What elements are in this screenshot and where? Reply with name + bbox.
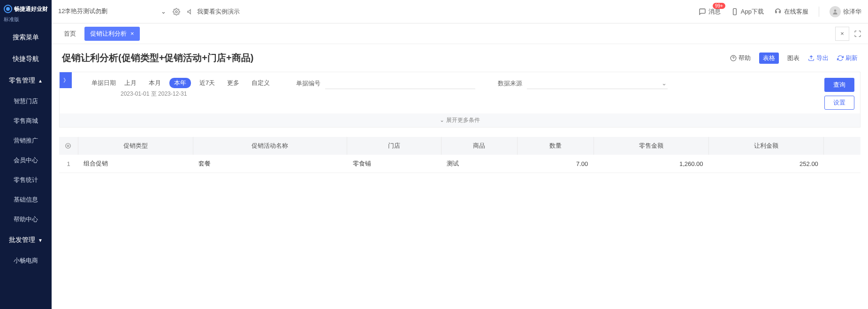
sidebar-quicknav[interactable]: 快捷导航 — [0, 48, 52, 70]
docno-label: 单据编号 — [292, 79, 320, 88]
help-icon — [730, 55, 737, 61]
expand-label: 展开更多条件 — [446, 117, 480, 123]
page-header: 促销让利分析(促销类型+促销活动+门店+商品) 帮助 表格 图表 导出 刷新 — [52, 44, 868, 72]
sidebar-item-marketing[interactable]: 营销推广 — [0, 131, 52, 151]
help-label: 帮助 — [739, 54, 751, 62]
cell-product: 测试 — [441, 155, 517, 173]
sidebar-group-label: 批发管理 — [9, 236, 35, 244]
chip-lastmonth[interactable]: 上月 — [121, 78, 140, 88]
date-label: 单据日期 — [88, 79, 116, 87]
collapse-filters-button[interactable]: 》 — [60, 72, 72, 88]
col-store[interactable]: 门店 — [347, 137, 442, 155]
settings-button[interactable]: 设置 — [824, 96, 854, 110]
cell-spacer — [824, 155, 860, 173]
chip-thismonth[interactable]: 本月 — [145, 78, 165, 88]
logo: 畅捷通好业财 — [0, 0, 52, 16]
svg-point-0 — [175, 11, 177, 13]
column-settings[interactable] — [59, 137, 78, 155]
user-name: 徐泽华 — [843, 8, 861, 16]
divider — [819, 7, 819, 17]
speaker-icon — [187, 8, 194, 15]
refresh-button[interactable]: 刷新 — [837, 54, 858, 62]
edition-label: 标准版 — [0, 16, 52, 27]
col-qty[interactable]: 数量 — [518, 137, 594, 155]
messages-button[interactable]: 消息 99+ — [699, 8, 721, 16]
sidebar-group-label: 零售管理 — [9, 76, 35, 85]
query-button[interactable]: 查询 — [824, 78, 854, 92]
cell-type: 组合促销 — [78, 155, 193, 173]
cell-qty: 7.00 — [518, 155, 594, 173]
sidebar-item-stats[interactable]: 零售统计 — [0, 170, 52, 190]
col-activity[interactable]: 促销活动名称 — [193, 137, 347, 155]
chevron-down-icon: ⌄ — [440, 117, 446, 123]
fullscreen-icon[interactable] — [854, 30, 861, 38]
phone-icon — [731, 8, 739, 15]
close-all-button[interactable]: × — [835, 27, 849, 41]
source-select[interactable]: ⌄ — [527, 78, 668, 89]
message-icon — [699, 8, 706, 15]
service-label: 在线客服 — [784, 8, 808, 16]
filter-panel: 》 单据日期 上月 本月 本年 近7天 更多 自定义 2023-01-01 至 … — [59, 72, 860, 128]
caret-up-icon: ▲ — [38, 78, 43, 83]
table-row[interactable]: 1 组合促销 套餐 零食铺 测试 7.00 1,260.00 252.00 — [59, 155, 860, 173]
close-icon[interactable]: × — [130, 30, 134, 37]
sidebar-search[interactable]: 搜索菜单 — [0, 27, 52, 48]
topbar: 12李艳芬测试勿删 ⌄ 我要看实例演示 消息 99+ App下载 — [52, 0, 868, 23]
svg-point-4 — [67, 145, 69, 147]
messages-badge: 99+ — [713, 3, 725, 9]
sidebar-item-member[interactable]: 会员中心 — [0, 151, 52, 170]
col-discount[interactable]: 让利金额 — [709, 137, 824, 155]
refresh-icon — [837, 55, 844, 61]
chip-more[interactable]: 更多 — [223, 78, 243, 88]
export-label: 导出 — [816, 54, 829, 62]
cell-store: 零食铺 — [347, 155, 442, 173]
sidebar-item-baseinfo[interactable]: 基础信息 — [0, 190, 52, 210]
data-table: 促销类型 促销活动名称 门店 商品 数量 零售金额 让利金额 1 组合促销 套 — [59, 137, 860, 173]
svg-rect-1 — [733, 8, 737, 15]
user-menu[interactable]: 徐泽华 — [830, 6, 861, 17]
source-label: 数据来源 — [494, 79, 522, 88]
page-title: 促销让利分析(促销类型+促销活动+门店+商品) — [62, 52, 253, 64]
gear-icon[interactable] — [173, 8, 180, 15]
chip-thisyear[interactable]: 本年 — [169, 78, 191, 88]
gear-icon — [65, 143, 71, 149]
brand-name: 畅捷通好业财 — [14, 5, 48, 13]
sidebar-item-xiaochang[interactable]: 小畅电商 — [0, 251, 52, 271]
chip-7days[interactable]: 近7天 — [196, 78, 219, 88]
chip-custom[interactable]: 自定义 — [248, 78, 274, 88]
cell-sales: 1,260.00 — [594, 155, 708, 173]
chevron-down-icon: ⌄ — [662, 80, 667, 87]
demo-link[interactable]: 我要看实例演示 — [187, 8, 240, 16]
sidebar-item-help[interactable]: 帮助中心 — [0, 210, 52, 229]
col-spacer — [824, 137, 860, 155]
tab-analysis[interactable]: 促销让利分析 × — [84, 27, 140, 41]
sidebar-group-retail[interactable]: 零售管理 ▲ — [0, 70, 52, 91]
view-table-button[interactable]: 表格 — [759, 53, 779, 64]
sidebar-group-wholesale[interactable]: 批发管理 ▼ — [0, 229, 52, 251]
export-icon — [808, 55, 815, 61]
refresh-label: 刷新 — [845, 54, 858, 62]
docno-input[interactable] — [325, 78, 475, 89]
col-sales[interactable]: 零售金额 — [594, 137, 708, 155]
sidebar-item-smartstore[interactable]: 智慧门店 — [0, 91, 52, 111]
export-button[interactable]: 导出 — [808, 54, 829, 62]
tab-home[interactable]: 首页 — [58, 27, 82, 41]
org-selector[interactable]: 12李艳芬测试勿删 ⌄ — [58, 7, 166, 16]
view-chart-button[interactable]: 图表 — [787, 54, 799, 62]
row-index: 1 — [59, 155, 78, 173]
table-header-row: 促销类型 促销活动名称 门店 商品 数量 零售金额 让利金额 — [59, 137, 860, 155]
svg-point-5 — [66, 143, 71, 149]
chevron-down-icon: ⌄ — [161, 8, 166, 15]
col-product[interactable]: 商品 — [441, 137, 517, 155]
help-button[interactable]: 帮助 — [730, 54, 751, 62]
col-type[interactable]: 促销类型 — [78, 137, 193, 155]
expand-filters-button[interactable]: ⌄ 展开更多条件 — [60, 113, 860, 127]
sidebar-item-mall[interactable]: 零售商城 — [0, 111, 52, 131]
sidebar: 畅捷通好业财 标准版 搜索菜单 快捷导航 零售管理 ▲ 智慧门店 零售商城 营销… — [0, 0, 52, 309]
cell-activity: 套餐 — [193, 155, 347, 173]
service-button[interactable]: 在线客服 — [774, 8, 808, 16]
org-name: 12李艳芬测试勿删 — [58, 7, 107, 15]
download-button[interactable]: App下载 — [731, 8, 764, 16]
caret-down-icon: ▼ — [38, 238, 43, 243]
headset-icon — [774, 8, 782, 15]
